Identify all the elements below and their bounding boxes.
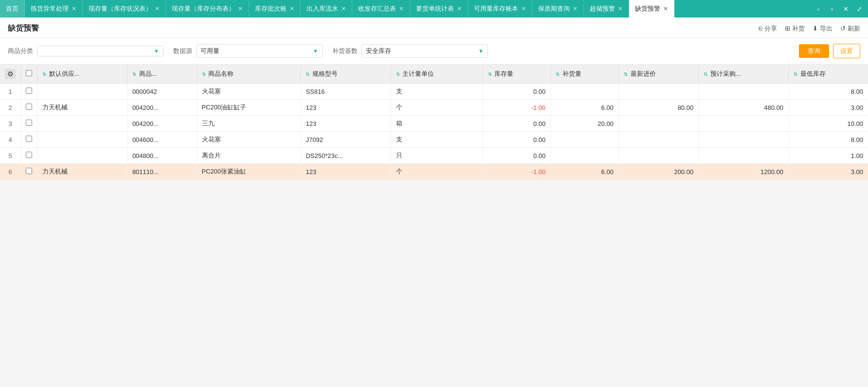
tab-overstock-warning[interactable]: 超储预警 ✕ bbox=[584, 0, 629, 18]
sort-icon: ⇅ bbox=[624, 71, 628, 77]
cell-stock-qty: 0.00 bbox=[483, 132, 551, 148]
cell-default-supplier bbox=[37, 116, 127, 132]
tab-controls: ‹ › ✕ ⤢ bbox=[812, 2, 868, 16]
table-body: 1 0000042 火花塞 SS816 支 0.00 8.00 2 力天机械 0… bbox=[0, 84, 868, 180]
row-checkbox-cell[interactable] bbox=[21, 132, 37, 148]
tab-inventory-status[interactable]: 现存量（库存状况表） ✕ bbox=[83, 0, 166, 18]
cell-unit: 个 bbox=[391, 164, 483, 180]
select-all-checkbox[interactable] bbox=[26, 70, 32, 76]
replenish-icon: ⊞ bbox=[785, 25, 790, 32]
replenish-base-filter-group: 补货基数 安全库存 ▼ bbox=[332, 44, 488, 58]
row-checkbox-cell[interactable] bbox=[21, 100, 37, 116]
column-default-supplier[interactable]: ⇅ 默认供应... bbox=[37, 65, 127, 84]
tab-next-button[interactable]: › bbox=[825, 2, 839, 16]
column-checkbox[interactable] bbox=[21, 65, 37, 84]
table-row: 3 004200... 三九 123 箱 0.00 20.00 10.00 bbox=[0, 116, 868, 132]
row-checkbox[interactable] bbox=[26, 104, 32, 110]
column-replenish-qty[interactable]: ⇅ 补货量 bbox=[551, 65, 619, 84]
query-button[interactable]: 查询 bbox=[799, 44, 829, 58]
sort-icon: ⇅ bbox=[556, 71, 560, 77]
column-spec-model[interactable]: ⇅ 规格型号 bbox=[301, 65, 391, 84]
cell-spec-model: 123 bbox=[301, 164, 391, 180]
share-icon: ⎗ bbox=[759, 25, 762, 32]
cell-replenish-qty: 6.00 bbox=[551, 100, 619, 116]
export-button[interactable]: ⬇ 导出 bbox=[813, 24, 832, 33]
header-actions: ⎗ 分享 ⊞ 补货 ⬇ 导出 ↺ 刷新 bbox=[759, 24, 860, 33]
cell-default-supplier: 力天机械 bbox=[37, 100, 127, 116]
column-latest-price[interactable]: ⇅ 最新进价 bbox=[618, 65, 698, 84]
tab-shortage-warning[interactable]: 缺货预警 ✕ bbox=[629, 0, 674, 18]
close-icon[interactable]: ✕ bbox=[289, 5, 294, 12]
cell-replenish-qty bbox=[551, 132, 619, 148]
replenish-base-select[interactable]: 安全库存 ▼ bbox=[362, 44, 488, 58]
cell-unit: 个 bbox=[391, 100, 483, 116]
close-icon[interactable]: ✕ bbox=[238, 5, 243, 12]
column-stock-qty[interactable]: ⇅ 库存量 bbox=[483, 65, 551, 84]
sort-icon: ⇅ bbox=[132, 71, 136, 77]
close-icon[interactable]: ✕ bbox=[663, 5, 668, 12]
close-icon[interactable]: ✕ bbox=[618, 5, 623, 12]
row-checkbox[interactable] bbox=[26, 136, 32, 142]
tab-order-stats[interactable]: 要货单统计表 ✕ bbox=[410, 0, 468, 18]
cell-product-code: 004200... bbox=[127, 100, 197, 116]
row-number: 1 bbox=[0, 84, 21, 100]
cell-replenish-qty bbox=[551, 148, 619, 164]
row-checkbox-cell[interactable] bbox=[21, 148, 37, 164]
column-settings[interactable]: ⚙ bbox=[0, 65, 21, 84]
category-label: 商品分类 bbox=[8, 47, 33, 55]
cell-product-name: 火花塞 bbox=[197, 84, 301, 100]
row-checkbox[interactable] bbox=[26, 152, 32, 158]
datasource-filter-group: 数据源 可用量 ▼ bbox=[173, 44, 323, 58]
close-icon[interactable]: ✕ bbox=[155, 5, 160, 12]
cell-unit: 只 bbox=[391, 148, 483, 164]
row-checkbox-cell[interactable] bbox=[21, 84, 37, 100]
tab-home[interactable]: 首页 bbox=[0, 0, 25, 18]
cell-default-supplier bbox=[37, 148, 127, 164]
row-checkbox[interactable] bbox=[26, 88, 32, 94]
close-icon[interactable]: ✕ bbox=[521, 5, 526, 12]
table-row: 4 004600... 火花塞 J7092 支 0.00 8.00 bbox=[0, 132, 868, 148]
row-checkbox-cell[interactable] bbox=[21, 116, 37, 132]
category-select[interactable]: ▼ bbox=[37, 46, 163, 56]
sort-icon: ⇅ bbox=[396, 71, 400, 77]
replenish-button[interactable]: ⊞ 补货 bbox=[785, 24, 805, 33]
close-icon[interactable]: ✕ bbox=[573, 5, 578, 12]
sort-icon: ⇅ bbox=[306, 71, 309, 77]
close-icon[interactable]: ✕ bbox=[72, 5, 76, 12]
table-row: 2 力天机械 004200... PC200油缸缸子 123 个 -1.00 6… bbox=[0, 100, 868, 116]
column-product-name[interactable]: ⇅ 商品名称 bbox=[197, 65, 301, 84]
tab-inventory-dist[interactable]: 现存量（库存分布表） ✕ bbox=[166, 0, 249, 18]
cell-spec-model: SS816 bbox=[301, 84, 391, 100]
tab-prev-button[interactable]: ‹ bbox=[812, 2, 825, 16]
cell-stock-qty: -1.00 bbox=[483, 164, 551, 180]
share-button[interactable]: ⎗ 分享 bbox=[759, 24, 777, 33]
cell-product-code: 004600... bbox=[127, 132, 197, 148]
close-icon[interactable]: ✕ bbox=[341, 5, 346, 12]
tab-batch-account[interactable]: 库存批次账 ✕ bbox=[249, 0, 301, 18]
column-min-stock[interactable]: ⇅ 最低库存 bbox=[789, 65, 868, 84]
gear-icon[interactable]: ⚙ bbox=[5, 69, 16, 79]
cell-unit: 支 bbox=[391, 132, 483, 148]
tab-inout-flow[interactable]: 出入库流水 ✕ bbox=[301, 0, 352, 18]
row-number: 4 bbox=[0, 132, 21, 148]
row-checkbox-cell[interactable] bbox=[21, 164, 37, 180]
column-product-code[interactable]: ⇅ 商品... bbox=[127, 65, 197, 84]
row-checkbox[interactable] bbox=[26, 120, 32, 126]
tab-expand-button[interactable]: ⤢ bbox=[852, 2, 866, 16]
tab-avail-ledger[interactable]: 可用量库存账本 ✕ bbox=[468, 0, 532, 18]
column-unit[interactable]: ⇅ 主计量单位 bbox=[391, 65, 483, 84]
row-checkbox[interactable] bbox=[26, 168, 32, 174]
close-icon[interactable]: ✕ bbox=[399, 5, 404, 12]
datasource-select[interactable]: 可用量 ▼ bbox=[196, 44, 323, 58]
tab-defect-handling[interactable]: 拣货异常处理 ✕ bbox=[25, 0, 83, 18]
refresh-button[interactable]: ↺ 刷新 bbox=[840, 24, 860, 33]
settings-button[interactable]: 设置 bbox=[833, 44, 860, 58]
close-icon[interactable]: ✕ bbox=[457, 5, 462, 12]
table-header-row: ⚙ ⇅ 默认供应... ⇅ 商品... ⇅ 商品名称 bbox=[0, 65, 868, 84]
page-title: 缺货预警 bbox=[8, 23, 39, 34]
table-row: 5 004800... 离合片 DS250*23c... 只 0.00 1.00 bbox=[0, 148, 868, 164]
tab-recv-send-summary[interactable]: 收发存汇总表 ✕ bbox=[352, 0, 410, 18]
tab-close-button[interactable]: ✕ bbox=[839, 2, 852, 16]
column-est-purchase[interactable]: ⇅ 预计采购... bbox=[699, 65, 789, 84]
tab-expiry-query[interactable]: 保质期查询 ✕ bbox=[532, 0, 584, 18]
